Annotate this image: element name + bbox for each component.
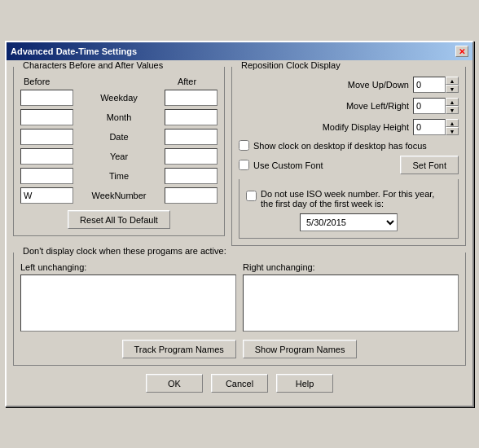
move-updown-input[interactable] — [413, 77, 446, 93]
chars-group: Characters Before and After Values Befor… — [13, 67, 225, 236]
right-program-textarea[interactable] — [243, 275, 459, 332]
chars-rows: WeekdayMonthDateYearTimeWeekNumber — [20, 90, 218, 204]
row-label-1: Month — [73, 112, 165, 122]
after-input-5[interactable] — [165, 187, 218, 204]
move-updown-down[interactable]: ▼ — [446, 85, 459, 93]
move-updown-label: Move Up/Down — [239, 80, 413, 90]
move-leftright-down[interactable]: ▼ — [446, 106, 459, 114]
show-clock-row: Show clock on desktop if desktop has foc… — [239, 140, 459, 151]
move-leftright-input[interactable] — [413, 98, 446, 114]
left-unchanging-label: Left unchanging: — [20, 262, 236, 272]
ok-button[interactable]: OK — [146, 374, 203, 393]
set-font-button[interactable]: Set Font — [400, 156, 459, 174]
before-header: Before — [24, 77, 85, 86]
show-clock-label: Show clock on desktop if desktop has foc… — [253, 141, 427, 151]
chars-row-5: WeekNumber — [20, 187, 218, 204]
after-input-1[interactable] — [165, 109, 218, 125]
close-button[interactable]: ✕ — [455, 46, 468, 57]
chars-row-4: Time — [20, 168, 218, 184]
after-input-2[interactable] — [165, 129, 218, 145]
show-program-button[interactable]: Show Program Names — [243, 340, 358, 358]
chars-row-1: Month — [20, 109, 218, 125]
left-program-textarea[interactable] — [20, 275, 236, 332]
move-leftright-label: Move Left/Right — [239, 101, 413, 111]
after-input-0[interactable] — [165, 90, 218, 106]
title-bar: Advanced Date-Time Settings ✕ — [7, 42, 472, 60]
modify-height-label: Modify Display Height — [239, 122, 413, 132]
move-leftright-row: Move Left/Right ▲ ▼ — [239, 98, 459, 114]
move-leftright-spinners: ▲ ▼ — [446, 98, 459, 114]
help-button[interactable]: Help — [276, 374, 333, 393]
use-custom-font-label: Use Custom Font — [253, 160, 400, 170]
reposition-group: Reposition Clock Display Move Up/Down ▲ … — [231, 67, 466, 246]
main-window: Advanced Date-Time Settings ✕ Characters… — [5, 41, 474, 407]
programs-title: Don't display clock when these progams a… — [20, 246, 229, 256]
move-leftright-spinner: ▲ ▼ — [413, 98, 459, 114]
row-label-3: Year — [73, 152, 165, 161]
track-buttons-row: Track Program Names Show Program Names — [20, 340, 459, 358]
before-input-4[interactable] — [20, 168, 73, 184]
reset-btn-row: Reset All To Default — [20, 210, 218, 229]
row-label-4: Time — [73, 171, 165, 181]
iso-checkbox[interactable] — [246, 191, 257, 201]
iso-group: Do not use ISO week number. For this yea… — [239, 179, 459, 239]
programs-group: Don't display clock when these progams a… — [13, 253, 466, 366]
reset-button[interactable]: Reset All To Default — [68, 210, 170, 229]
before-input-3[interactable] — [20, 148, 73, 165]
move-updown-spinners: ▲ ▼ — [446, 77, 459, 93]
chars-header: Before After — [20, 77, 218, 86]
modify-height-spinners: ▲ ▼ — [446, 119, 459, 135]
after-input-3[interactable] — [165, 148, 218, 165]
track-program-button[interactable]: Track Program Names — [122, 340, 236, 358]
after-input-4[interactable] — [165, 168, 218, 184]
font-row: Use Custom Font Set Font — [239, 156, 459, 174]
modify-height-down[interactable]: ▼ — [446, 127, 459, 135]
before-input-1[interactable] — [20, 109, 73, 125]
chars-row-2: Date — [20, 129, 218, 145]
chars-group-title: Characters Before and After Values — [20, 60, 165, 70]
top-row: Characters Before and After Values Befor… — [13, 67, 466, 253]
left-panel: Characters Before and After Values Befor… — [13, 67, 225, 253]
footer-buttons: OK Cancel Help — [13, 374, 466, 399]
move-updown-up[interactable]: ▲ — [446, 77, 459, 85]
window-title: Advanced Date-Time Settings — [11, 46, 137, 56]
field-header — [85, 77, 156, 86]
modify-height-spinner: ▲ ▼ — [413, 119, 459, 135]
iso-text-line1: Do not use ISO week number. For this yea… — [261, 189, 434, 199]
chars-row-3: Year — [20, 148, 218, 165]
iso-date-select[interactable]: 5/30/2015 — [300, 213, 398, 231]
row-label-2: Date — [73, 132, 165, 142]
iso-text: Do not use ISO week number. For this yea… — [261, 189, 434, 209]
cancel-button[interactable]: Cancel — [211, 374, 268, 393]
right-program-col: Right unchanging: — [243, 262, 459, 333]
left-program-col: Left unchanging: — [20, 262, 236, 333]
iso-date-row: 5/30/2015 — [246, 213, 451, 231]
modify-height-up[interactable]: ▲ — [446, 119, 459, 127]
before-input-2[interactable] — [20, 129, 73, 145]
iso-text-line2: the first day of the first week is: — [261, 199, 384, 209]
move-leftright-up[interactable]: ▲ — [446, 98, 459, 106]
right-panel: Reposition Clock Display Move Up/Down ▲ … — [231, 67, 466, 253]
row-label-0: Weekday — [73, 93, 165, 103]
modify-height-row: Modify Display Height ▲ ▼ — [239, 119, 459, 135]
before-input-0[interactable] — [20, 90, 73, 106]
row-label-5: WeekNumber — [73, 191, 165, 200]
before-input-5[interactable] — [20, 187, 73, 204]
right-unchanging-label: Right unchanging: — [243, 262, 459, 272]
after-header: After — [156, 77, 218, 86]
window-body: Characters Before and After Values Befor… — [7, 60, 472, 406]
iso-inner: Do not use ISO week number. For this yea… — [246, 189, 451, 209]
use-custom-font-checkbox[interactable] — [239, 160, 249, 170]
chars-row-0: Weekday — [20, 90, 218, 106]
move-updown-spinner: ▲ ▼ — [413, 77, 459, 93]
reposition-title: Reposition Clock Display — [239, 60, 343, 70]
move-updown-row: Move Up/Down ▲ ▼ — [239, 77, 459, 93]
programs-row: Left unchanging: Right unchanging: — [20, 262, 459, 333]
modify-height-input[interactable] — [413, 119, 446, 135]
show-clock-checkbox[interactable] — [239, 140, 249, 151]
